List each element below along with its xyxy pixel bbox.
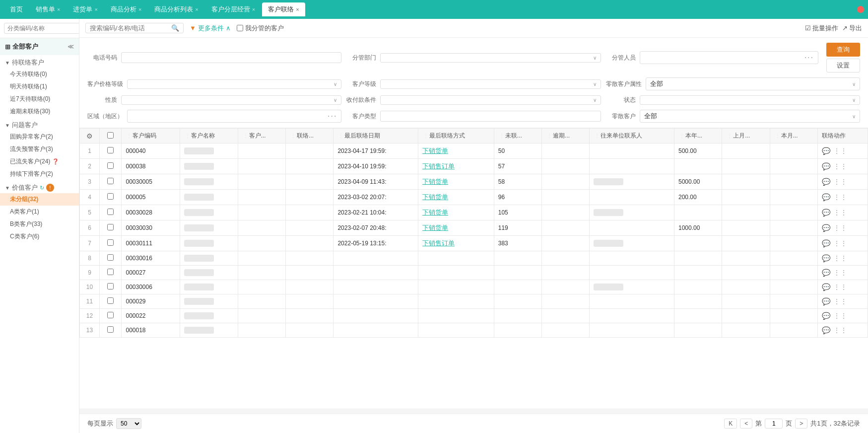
more-action-icon[interactable]: ⋮⋮ xyxy=(833,147,847,155)
close-product-analysis-list-icon[interactable]: × xyxy=(195,6,198,12)
filter-sparse-attr-select[interactable]: 全部 ∨ xyxy=(646,77,860,90)
contact-icon[interactable]: 💬 xyxy=(822,297,830,305)
row-checkbox-cell[interactable] xyxy=(100,251,122,266)
close-purchase-icon[interactable]: × xyxy=(94,6,97,12)
contact-icon[interactable]: 💬 xyxy=(822,147,830,155)
section-problem-customers[interactable]: ▼ 问题客户 xyxy=(0,118,79,131)
row-checkbox-cell[interactable] xyxy=(100,190,122,205)
row-last-contact-way[interactable]: 下销货单 xyxy=(418,190,494,205)
row-last-contact-way[interactable]: 下销售订单 xyxy=(418,236,494,251)
contact-way-link[interactable]: 下销货单 xyxy=(422,193,448,201)
row-checkbox[interactable] xyxy=(107,239,114,246)
close-sales-icon[interactable]: × xyxy=(57,6,60,12)
row-checkbox[interactable] xyxy=(107,224,114,230)
row-checkbox[interactable] xyxy=(107,178,114,184)
prev-page-button[interactable]: < xyxy=(740,419,752,429)
filter-customer-type-input[interactable] xyxy=(380,111,601,122)
row-checkbox[interactable] xyxy=(107,297,114,304)
row-checkbox-cell[interactable] xyxy=(100,205,122,220)
sidebar-item-class-b[interactable]: B类客户(33) xyxy=(0,218,79,230)
tab-sales[interactable]: 销售单 × xyxy=(30,2,66,16)
row-checkbox-cell[interactable] xyxy=(100,266,122,280)
col-resize-icon[interactable]: ⋮ xyxy=(126,133,133,139)
contact-icon[interactable]: 💬 xyxy=(822,162,830,170)
contact-icon[interactable]: 💬 xyxy=(822,312,830,320)
more-action-icon[interactable]: ⋮⋮ xyxy=(833,178,847,186)
tab-home[interactable]: 首页 xyxy=(4,2,29,16)
row-checkbox[interactable] xyxy=(107,209,114,215)
sidebar-all-customers[interactable]: ⊞ 全部客户 ≪ xyxy=(0,38,79,55)
horizontal-scrollbar[interactable] xyxy=(79,409,868,414)
filter-phone-input[interactable] xyxy=(121,52,341,63)
contact-icon[interactable]: 💬 xyxy=(822,254,830,262)
sidebar-item-ungroup[interactable]: 未分组(32) xyxy=(0,193,79,206)
window-close-button[interactable] xyxy=(857,6,864,13)
sidebar-item-abnormal-purchase[interactable]: 固购异常客户(2) xyxy=(0,131,79,143)
filter-region-select[interactable]: ··· xyxy=(127,110,341,123)
col-resize-icon11[interactable]: ⋮ xyxy=(726,133,733,139)
col-resize-icon7[interactable]: ⋮ xyxy=(498,133,505,139)
more-action-icon[interactable]: ⋮⋮ xyxy=(833,283,847,291)
select-all-checkbox[interactable] xyxy=(107,132,114,139)
col-resize-icon10[interactable]: ⋮ xyxy=(678,133,685,139)
more-action-icon[interactable]: ⋮⋮ xyxy=(833,224,847,232)
more-action-icon[interactable]: ⋮⋮ xyxy=(833,312,847,320)
main-search-input[interactable] xyxy=(90,24,169,32)
row-checkbox[interactable] xyxy=(107,283,114,289)
col-resize-icon6[interactable]: ⋮ xyxy=(422,133,429,139)
sidebar-collapse-icon[interactable]: ≪ xyxy=(67,43,74,50)
close-customer-contact-icon[interactable]: × xyxy=(296,6,299,12)
more-conditions-button[interactable]: ▼ 更多条件 ∧ xyxy=(190,24,231,33)
contact-icon[interactable]: 💬 xyxy=(822,326,830,334)
contact-icon[interactable]: 💬 xyxy=(822,193,830,201)
row-checkbox-cell[interactable] xyxy=(100,159,122,174)
row-checkbox[interactable] xyxy=(107,269,114,275)
close-product-analysis-icon[interactable]: × xyxy=(138,6,141,12)
filter-price-level-select[interactable]: ∨ xyxy=(127,79,341,89)
sidebar-item-class-c[interactable]: C类客户(6) xyxy=(0,230,79,243)
my-customers-check[interactable] xyxy=(237,25,243,31)
settings-icon[interactable]: ⚙ xyxy=(86,132,93,140)
filter-customer-level-select[interactable]: ∨ xyxy=(380,79,601,89)
sidebar-item-tomorrow-pending[interactable]: 明天待联络(1) xyxy=(0,80,79,93)
contact-icon[interactable]: 💬 xyxy=(822,178,830,186)
filter-status-select[interactable]: ∨ xyxy=(640,95,860,105)
dots-icon[interactable]: ··· xyxy=(804,53,814,62)
row-last-contact-way[interactable]: 下销货单 xyxy=(418,220,494,236)
sidebar-item-7days-pending[interactable]: 近7天待联络(0) xyxy=(0,93,79,105)
more-action-icon[interactable]: ⋮⋮ xyxy=(833,239,847,247)
row-checkbox[interactable] xyxy=(107,254,114,261)
col-resize-icon4[interactable]: ⋮ xyxy=(290,133,297,139)
refresh-icon[interactable]: ↻ xyxy=(40,185,44,191)
section-value-customers[interactable]: ▼ 价值客户 ↻ ! xyxy=(0,180,79,193)
row-checkbox-cell[interactable] xyxy=(100,280,122,294)
sidebar-item-today-pending[interactable]: 今天待联络(0) xyxy=(0,68,79,80)
contact-way-link[interactable]: 下销售订单 xyxy=(422,162,455,170)
col-resize-icon2[interactable]: ⋮ xyxy=(184,133,191,139)
sidebar-item-churned[interactable]: 已流失客户(24) ❓ xyxy=(0,155,79,168)
row-checkbox-cell[interactable] xyxy=(100,236,122,251)
more-action-icon[interactable]: ⋮⋮ xyxy=(833,326,847,334)
row-checkbox-cell[interactable] xyxy=(100,294,122,309)
dots-icon2[interactable]: ··· xyxy=(328,112,337,121)
sidebar-item-churn-warning[interactable]: 流失预警客户(3) xyxy=(0,143,79,155)
sidebar-item-overdue-no-contact[interactable]: 逾期未联络(30) xyxy=(0,105,79,118)
reset-button[interactable]: 设置 xyxy=(826,59,860,72)
section-pending-contact[interactable]: ▼ 待联络客户 xyxy=(0,55,79,68)
next-page-button[interactable]: > xyxy=(795,419,807,429)
sidebar-item-declining[interactable]: 持续下滑客户(2) xyxy=(0,168,79,180)
col-resize-icon8[interactable]: ⋮ xyxy=(546,133,553,139)
tab-customer-contact[interactable]: 客户联络 × xyxy=(262,2,305,16)
contact-icon[interactable]: 💬 xyxy=(822,224,830,232)
row-checkbox[interactable] xyxy=(107,147,114,153)
contact-icon[interactable]: 💬 xyxy=(822,239,830,247)
filter-manager-select[interactable]: ··· xyxy=(640,51,818,64)
filter-sparse-customer-select[interactable]: 全部 ∨ xyxy=(640,110,860,123)
row-last-contact-way[interactable]: 下销货单 xyxy=(418,205,494,220)
close-customer-segment-icon[interactable]: × xyxy=(252,6,255,12)
my-customers-checkbox[interactable]: 我分管的客户 xyxy=(237,24,284,33)
page-number-input[interactable] xyxy=(765,419,783,429)
contact-icon[interactable]: 💬 xyxy=(822,269,830,277)
row-checkbox-cell[interactable] xyxy=(100,220,122,236)
row-checkbox[interactable] xyxy=(107,193,114,200)
